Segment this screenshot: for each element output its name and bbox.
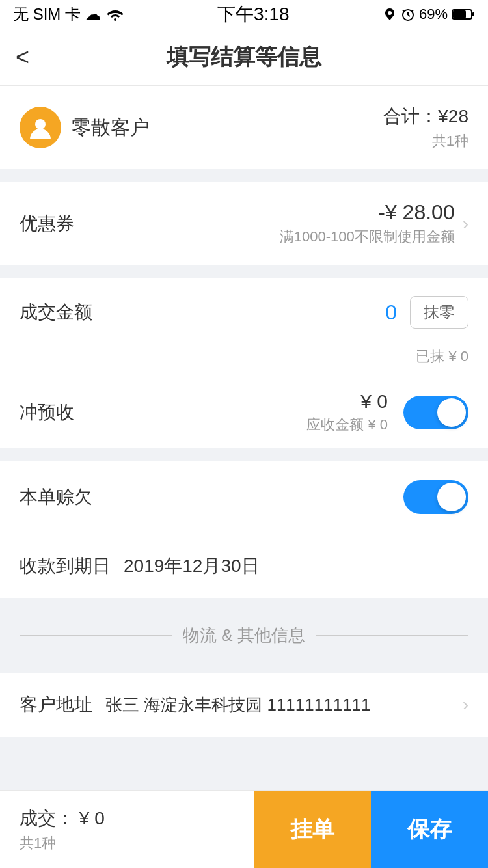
- prepay-toggle[interactable]: [403, 396, 468, 429]
- transaction-sub: 已抹 ¥ 0: [20, 347, 468, 377]
- prepay-row: 冲预收 ¥ 0 应收金额 ¥ 0: [20, 377, 468, 448]
- address-section: 客户地址 张三 海淀永丰科技园 11111111111 ›: [0, 673, 488, 737]
- transaction-value[interactable]: 0: [358, 301, 397, 325]
- bottom-bar: 成交： ¥ 0 共1种 挂单 保存: [0, 790, 488, 868]
- gap-3: [0, 448, 488, 461]
- transaction-row: 成交金额 0 抹零: [20, 278, 468, 347]
- customer-total: 合计：¥28: [383, 104, 468, 129]
- alarm-icon: [401, 7, 415, 21]
- hold-button[interactable]: 挂单: [254, 791, 371, 868]
- address-chevron-icon: ›: [463, 694, 468, 715]
- address-row[interactable]: 客户地址 张三 海淀永丰科技园 11111111111 ›: [20, 673, 468, 737]
- customer-count: 共1种: [383, 131, 468, 151]
- due-value: 2019年12月30日: [124, 554, 260, 578]
- status-right: 69%: [383, 6, 475, 23]
- back-button[interactable]: <: [16, 44, 29, 71]
- round-button[interactable]: 抹零: [410, 296, 468, 329]
- sim-status: 无 SIM 卡 ☁: [13, 4, 101, 25]
- bottom-info: 成交： ¥ 0 共1种: [0, 806, 254, 853]
- svg-point-6: [35, 119, 46, 129]
- coupon-right: -¥ 28.00 满1000-100不限制使用金额 ›: [280, 200, 468, 247]
- gap-5: [0, 660, 488, 673]
- customer-section: 零散客户 合计：¥28 共1种: [0, 86, 488, 169]
- customer-name: 零散客户: [72, 115, 150, 141]
- battery-level: 69%: [419, 6, 448, 23]
- status-bar: 无 SIM 卡 ☁ 下午3:18 69%: [0, 0, 488, 29]
- avatar: [20, 107, 61, 148]
- coupon-section: 优惠券 -¥ 28.00 满1000-100不限制使用金额 ›: [0, 182, 488, 265]
- divider-line-right: [316, 635, 468, 636]
- location-icon: [383, 7, 397, 21]
- logistics-label: 物流 & 其他信息: [183, 624, 305, 647]
- nav-bar: < 填写结算等信息: [0, 29, 488, 86]
- svg-rect-5: [472, 12, 474, 16]
- prepay-main-amount: ¥ 0: [306, 390, 388, 413]
- toggle-knob: [437, 398, 466, 427]
- address-label: 客户地址: [20, 692, 92, 717]
- bottom-deal-amount: ¥ 0: [79, 808, 105, 828]
- prepay-right: ¥ 0 应收金额 ¥ 0: [306, 390, 468, 435]
- logistics-divider: 物流 & 其他信息: [20, 624, 468, 647]
- coupon-row[interactable]: 优惠券 -¥ 28.00 满1000-100不限制使用金额 ›: [20, 182, 468, 265]
- transaction-section: 成交金额 0 抹零 已抹 ¥ 0 冲预收 ¥ 0 应收金额 ¥ 0: [0, 278, 488, 448]
- chevron-right-icon: ›: [463, 213, 468, 234]
- coupon-desc: 满1000-100不限制使用金额: [280, 227, 455, 247]
- address-value: 张三 海淀永丰科技园 11111111111: [105, 694, 450, 716]
- gap-2: [0, 265, 488, 278]
- customer-total-wrap: 合计：¥28 共1种: [383, 104, 468, 151]
- coupon-discount: -¥ 28.00: [280, 200, 455, 224]
- page-title: 填写结算等信息: [167, 42, 321, 72]
- customer-left: 零散客户: [20, 107, 150, 148]
- logistics-section: 物流 & 其他信息: [0, 611, 488, 660]
- bottom-deal-label: 成交：: [20, 808, 74, 828]
- wifi-icon: [106, 8, 124, 21]
- status-left: 无 SIM 卡 ☁: [13, 4, 124, 25]
- due-label: 收款到期日: [20, 554, 111, 578]
- debt-toggle[interactable]: [403, 480, 468, 514]
- bottom-count: 共1种: [20, 834, 234, 853]
- transaction-label: 成交金额: [20, 300, 92, 325]
- svg-rect-4: [453, 10, 466, 18]
- svg-line-2: [408, 15, 410, 16]
- gap-4: [0, 598, 488, 611]
- bottom-deal-row: 成交： ¥ 0: [20, 806, 234, 831]
- debt-section: 本单赊欠 收款到期日 2019年12月30日: [0, 461, 488, 598]
- gap-1: [0, 169, 488, 182]
- debt-label: 本单赊欠: [20, 485, 92, 509]
- debt-toggle-knob: [437, 483, 466, 511]
- divider-line-left: [20, 635, 172, 636]
- save-button[interactable]: 保存: [371, 791, 488, 868]
- due-date-row: 收款到期日 2019年12月30日: [20, 534, 468, 598]
- coupon-value-wrap: -¥ 28.00 满1000-100不限制使用金额: [280, 200, 455, 247]
- coupon-label: 优惠券: [20, 211, 74, 236]
- battery-icon: [452, 8, 475, 21]
- prepay-sub-amount: 应收金额 ¥ 0: [306, 415, 388, 435]
- prepay-label: 冲预收: [20, 400, 74, 425]
- debt-row: 本单赊欠: [20, 461, 468, 534]
- prepay-amount-wrap: ¥ 0 应收金额 ¥ 0: [306, 390, 388, 435]
- customer-row: 零散客户 合计：¥28 共1种: [20, 86, 468, 169]
- transaction-right: 0 抹零: [358, 296, 468, 329]
- status-time: 下午3:18: [217, 2, 290, 27]
